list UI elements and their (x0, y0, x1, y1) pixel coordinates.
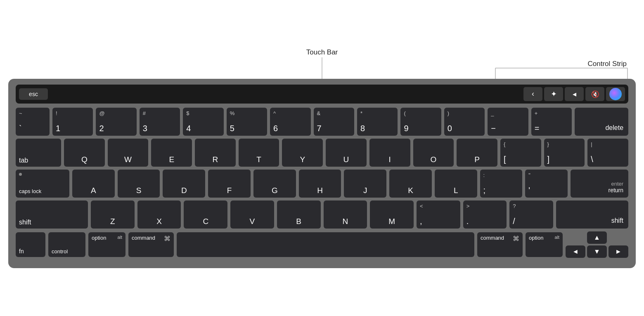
keyboard: esc ‹ ✦ ◂ 🔇 ~ ` ! 1 (8, 79, 636, 268)
key-f[interactable]: F (208, 170, 251, 198)
key-arrow-down[interactable]: ▼ (587, 245, 607, 258)
key-w[interactable]: W (108, 139, 149, 167)
row-bottom: fn control alt option ⌘ command ⌘ comman… (16, 231, 628, 258)
key-v[interactable]: V (230, 200, 274, 229)
cs-mute[interactable]: 🔇 (585, 87, 604, 101)
control-strip: ‹ ✦ ◂ 🔇 (523, 87, 625, 101)
key-x[interactable]: X (137, 200, 181, 229)
key-cmd-left[interactable]: ⌘ command (128, 232, 174, 257)
cs-brightness[interactable]: ✦ (544, 87, 563, 101)
key-1[interactable]: ! 1 (52, 108, 93, 136)
siri-icon (609, 88, 622, 100)
row-qwerty: tab Q W E R T Y U I O P { [ } ] | \ (16, 139, 628, 167)
key-g[interactable]: G (253, 170, 296, 198)
arrow-bottom-row: ◄ ▼ ► (566, 245, 628, 258)
row-asdf: caps lock A S D F G H J K L : ; " ' ente… (16, 170, 628, 198)
key-arrow-right[interactable]: ► (608, 245, 628, 258)
cs-chevron[interactable]: ‹ (523, 87, 542, 101)
key-semicolon[interactable]: : ; (480, 170, 523, 198)
touchbar-label: Touch Bar (306, 48, 338, 57)
row-zxcv: shift Z X C V B N M < , > . ? / shift (16, 200, 628, 229)
key-alt-left[interactable]: alt option (88, 232, 125, 257)
key-e[interactable]: E (151, 139, 192, 167)
key-4[interactable]: $ 4 (183, 108, 223, 136)
key-l[interactable]: L (435, 170, 477, 198)
key-h[interactable]: H (299, 170, 341, 198)
key-space[interactable] (177, 232, 474, 257)
key-y[interactable]: Y (282, 139, 323, 167)
key-q[interactable]: Q (64, 139, 105, 167)
key-n[interactable]: N (324, 200, 367, 229)
key-minus[interactable]: _ − (488, 108, 528, 136)
key-m[interactable]: M (370, 200, 414, 229)
key-k[interactable]: K (389, 170, 432, 198)
touchbar-row: esc ‹ ✦ ◂ 🔇 (16, 85, 628, 104)
key-3[interactable]: # 3 (140, 108, 180, 136)
key-6[interactable]: ^ 6 (270, 108, 310, 136)
key-control[interactable]: control (48, 232, 85, 257)
cs-siri[interactable] (606, 87, 625, 101)
row-numbers: ~ ` ! 1 @ 2 # 3 $ 4 % 5 (16, 108, 628, 136)
key-slash[interactable]: ? / (509, 200, 553, 229)
controlstrip-label: Control Strip (588, 60, 627, 68)
key-alt-right[interactable]: alt option (526, 232, 563, 257)
diagram-wrapper: Touch Bar Control Strip esc ‹ ✦ ◂ 🔇 (8, 48, 636, 268)
cs-volume[interactable]: ◂ (565, 87, 584, 101)
key-period[interactable]: > . (463, 200, 507, 229)
key-i[interactable]: I (369, 139, 410, 167)
key-u[interactable]: U (326, 139, 367, 167)
key-o[interactable]: O (413, 139, 454, 167)
key-z[interactable]: Z (91, 200, 135, 229)
key-backslash[interactable]: | \ (587, 139, 628, 167)
key-j[interactable]: J (344, 170, 386, 198)
key-comma[interactable]: < , (417, 200, 460, 229)
key-capslock[interactable]: caps lock (16, 170, 69, 198)
key-cmd-right[interactable]: ⌘ command (477, 232, 523, 257)
key-return[interactable]: enter return (571, 170, 628, 198)
key-7[interactable]: & 7 (314, 108, 354, 136)
svg-text:🔇: 🔇 (591, 90, 599, 98)
key-quote[interactable]: " ' (525, 170, 568, 198)
key-2[interactable]: @ 2 (96, 108, 136, 136)
key-bracket-open[interactable]: { [ (500, 139, 541, 167)
key-shift-right[interactable]: shift (556, 200, 628, 229)
key-8[interactable]: * 8 (357, 108, 398, 136)
key-arrow-up[interactable]: ▲ (587, 231, 607, 244)
key-shift-left[interactable]: shift (16, 200, 88, 229)
key-a[interactable]: A (72, 170, 115, 198)
key-fn[interactable]: fn (16, 232, 45, 257)
key-p[interactable]: P (457, 139, 497, 167)
key-arrow-left[interactable]: ◄ (566, 245, 585, 258)
key-s[interactable]: S (118, 170, 160, 198)
key-backtick[interactable]: ~ ` (16, 108, 50, 136)
key-equals[interactable]: + = (531, 108, 572, 136)
key-c[interactable]: C (184, 200, 227, 229)
arrow-up-row: ▲ (566, 231, 628, 244)
key-0[interactable]: ) 0 (444, 108, 485, 136)
key-bracket-close[interactable]: } ] (544, 139, 585, 167)
capslock-indicator (19, 173, 22, 176)
key-b[interactable]: B (277, 200, 321, 229)
esc-key[interactable]: esc (19, 88, 48, 100)
key-d[interactable]: D (163, 170, 205, 198)
key-tab[interactable]: tab (16, 139, 61, 167)
key-delete[interactable]: delete (575, 108, 628, 136)
arrow-cluster: ▲ ◄ ▼ ► (566, 231, 628, 258)
key-t[interactable]: T (239, 139, 279, 167)
key-5[interactable]: % 5 (227, 108, 267, 136)
key-r[interactable]: R (195, 139, 236, 167)
key-9[interactable]: ( 9 (400, 108, 441, 136)
